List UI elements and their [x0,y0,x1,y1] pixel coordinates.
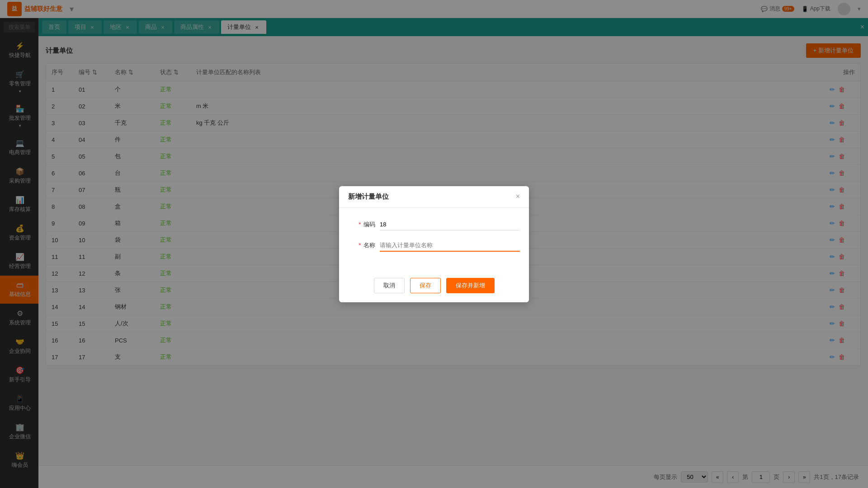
form-item-code: * 编码 [348,219,520,230]
modal-close-btn[interactable]: × [516,192,520,201]
name-label-text: 名称 [363,242,375,249]
code-required-mark: * [359,221,361,228]
cancel-button[interactable]: 取消 [374,278,405,293]
code-input[interactable] [380,219,520,230]
modal-title: 新增计量单位 [348,192,389,201]
name-input[interactable] [380,239,520,252]
name-required-mark: * [359,242,361,249]
save-and-new-button[interactable]: 保存并新增 [446,278,495,293]
modal-body: * 编码 * 名称 [339,208,529,272]
modal-header: 新增计量单位 × [339,186,529,208]
add-unit-modal: 新增计量单位 × * 编码 * 名称 取消 保存 保存并新增 [339,186,529,302]
form-item-name: * 名称 [348,239,520,252]
code-label-text: 编码 [363,221,375,228]
modal-overlay: 新增计量单位 × * 编码 * 名称 取消 保存 保存并新增 [0,0,868,488]
save-button[interactable]: 保存 [410,278,441,293]
modal-footer: 取消 保存 保存并新增 [339,272,529,302]
code-label: * 编码 [348,221,375,229]
name-label: * 名称 [348,241,375,249]
